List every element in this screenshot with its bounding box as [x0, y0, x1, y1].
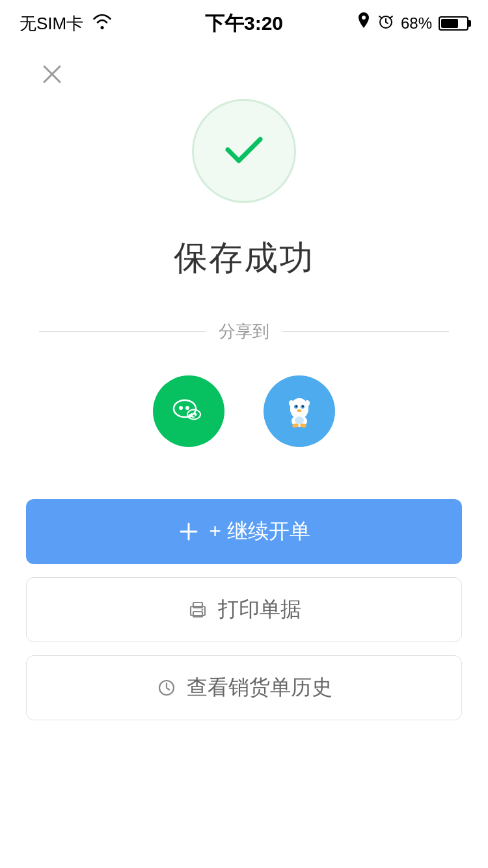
wechat-share-button[interactable]	[153, 375, 224, 447]
svg-point-14	[302, 405, 304, 407]
history-button[interactable]: 查看销货单历史	[26, 655, 462, 720]
location-icon	[357, 12, 371, 34]
close-button[interactable]	[33, 55, 72, 94]
svg-point-4	[179, 406, 183, 410]
checkmark-icon	[218, 124, 270, 178]
status-bar: 无SIM卡 下午3:20 68%	[0, 0, 488, 47]
share-divider: 分享到	[39, 320, 449, 343]
success-icon-circle	[192, 99, 296, 203]
carrier-text: 无SIM卡	[20, 12, 83, 35]
divider-right	[282, 331, 449, 332]
svg-point-7	[191, 413, 193, 416]
status-time: 下午3:20	[205, 10, 283, 37]
history-icon	[156, 677, 178, 699]
print-button[interactable]: 打印单据	[26, 577, 462, 642]
wifi-icon	[91, 13, 113, 34]
svg-point-5	[185, 406, 189, 410]
print-label: 打印单据	[218, 595, 301, 624]
continue-label: + 继续开单	[209, 517, 310, 546]
divider-left	[39, 331, 206, 332]
svg-point-8	[195, 413, 197, 416]
svg-point-15	[297, 409, 302, 412]
battery-icon	[439, 16, 468, 31]
success-title: 保存成功	[174, 236, 314, 281]
continue-button[interactable]: + 继续开单	[26, 499, 462, 564]
print-icon	[187, 599, 209, 621]
plus-icon	[178, 521, 200, 543]
history-label: 查看销货单历史	[187, 673, 332, 702]
action-buttons: + 继续开单 打印单据 查看销货单历史	[0, 499, 488, 720]
main-content: 保存成功 分享到	[0, 47, 488, 720]
svg-point-27	[202, 609, 204, 611]
status-right: 68%	[357, 12, 468, 34]
svg-point-19	[295, 416, 304, 424]
share-section: 分享到	[0, 320, 488, 460]
status-left: 无SIM卡	[20, 12, 113, 35]
qq-share-button[interactable]	[264, 375, 335, 447]
battery-percent: 68%	[401, 14, 432, 33]
share-icons	[153, 375, 335, 447]
share-label: 分享到	[219, 320, 269, 343]
alarm-icon	[377, 13, 394, 34]
svg-point-13	[295, 405, 297, 407]
